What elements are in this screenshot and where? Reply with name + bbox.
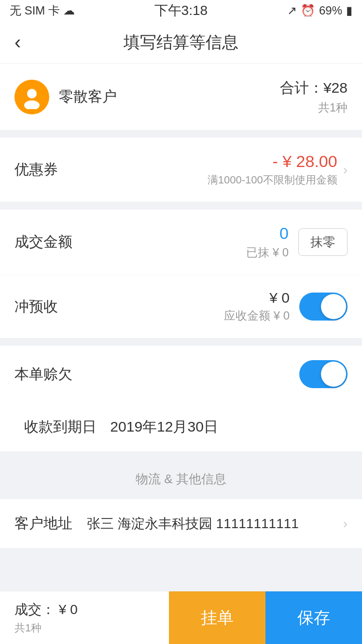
due-date-row: 收款到期日 2019年12月30日 [0,403,362,451]
battery-level: 69% [319,4,342,17]
bottom-bar: 成交： ¥ 0 共1种 挂单 保存 [0,591,362,644]
avatar [14,80,49,114]
logistics-label: 物流 & 其他信息 [136,472,226,486]
due-date-value: 2019年12月30日 [110,419,218,434]
amount-right: 0 已抹 ¥ 0 抹零 [246,224,348,260]
chevron-right-icon: › [343,162,348,178]
prepaid-value-group: ¥ 0 应收金额 ¥ 0 [224,290,290,323]
coupon-detail: - ¥ 28.00 满1000-100不限制使用金额 [208,152,337,187]
logistics-divider: 物流 & 其他信息 [0,459,362,499]
customer-row: 零散客户 合计：¥28 共1种 [0,64,362,130]
svg-point-0 [27,89,37,98]
address-row[interactable]: 客户地址 张三 海淀永丰科技园 11111111111 › [0,499,362,548]
debt-toggle[interactable] [299,360,348,388]
hang-button[interactable]: 挂单 [169,591,265,644]
molin-button[interactable]: 抹零 [298,228,348,256]
customer-name: 零散客户 [59,87,117,107]
prepaid-sub: 应收金额 ¥ 0 [224,308,290,323]
status-time: 下午3:18 [154,1,208,20]
amount-label: 成交金额 [14,232,72,252]
bottom-count: 共1种 [14,621,154,635]
coupon-desc: 满1000-100不限制使用金额 [208,173,337,187]
bottom-info: 成交： ¥ 0 共1种 [0,601,169,635]
status-bar: 无 SIM 卡 ☁ 下午3:18 ↗ ⏰ 69% ▮ [0,0,362,21]
svg-point-1 [24,100,40,109]
total-amount: 合计：¥28 [280,78,348,98]
amount-value-group: 0 已抹 ¥ 0 [246,224,289,260]
status-left: 无 SIM 卡 ☁ [10,3,75,18]
main-content: 零散客户 合计：¥28 共1种 优惠券 - ¥ 28.00 满1000-100不… [0,64,362,623]
coupon-label: 优惠券 [14,160,58,180]
transaction-group: 成交金额 0 已抹 ¥ 0 抹零 冲预收 ¥ 0 应收金额 ¥ 0 [0,210,362,338]
coupon-right: - ¥ 28.00 满1000-100不限制使用金额 › [208,152,348,187]
customer-left: 零散客户 [14,80,117,114]
sim-status: 无 SIM 卡 ☁ [10,3,75,18]
debt-toggle-knob [321,362,346,387]
debt-label: 本单赊欠 [14,364,72,384]
address-value: 张三 海淀永丰科技园 11111111111 [87,515,343,533]
coupon-row[interactable]: 优惠券 - ¥ 28.00 满1000-100不限制使用金额 › [0,138,362,202]
status-right: ↗ ⏰ 69% ▮ [287,4,352,17]
total-count: 共1种 [280,100,348,115]
prepaid-value: ¥ 0 [224,290,290,306]
toggle-knob [321,294,346,319]
address-chevron-icon: › [343,516,348,532]
deal-label: 成交： [14,602,55,617]
coupon-discount: - ¥ 28.00 [208,152,337,171]
due-date-label: 收款到期日 [24,419,97,434]
battery-icon: ▮ [346,4,352,17]
alarm-icon: ⏰ [301,4,315,17]
location-icon: ↗ [287,4,297,17]
customer-right: 合计：¥28 共1种 [280,78,348,115]
prepaid-label: 冲预收 [14,297,58,317]
prepaid-right: ¥ 0 应收金额 ¥ 0 [224,290,348,323]
prepaid-toggle[interactable] [299,293,348,321]
address-label: 客户地址 [14,514,72,533]
debt-group: 本单赊欠 收款到期日 2019年12月30日 [0,346,362,451]
back-button[interactable]: ‹ [14,31,21,53]
nav-bar: ‹ 填写结算等信息 [0,21,362,64]
amount-sub: 已抹 ¥ 0 [246,245,289,260]
debt-row: 本单赊欠 [0,346,362,403]
amount-row: 成交金额 0 已抹 ¥ 0 抹零 [0,210,362,275]
prepaid-row: 冲预收 ¥ 0 应收金额 ¥ 0 [0,275,362,338]
page-title: 填写结算等信息 [124,31,238,54]
amount-value[interactable]: 0 [246,224,289,243]
deal-value: ¥ 0 [59,602,78,617]
save-button[interactable]: 保存 [265,591,362,644]
bottom-deal: 成交： ¥ 0 [14,601,154,619]
